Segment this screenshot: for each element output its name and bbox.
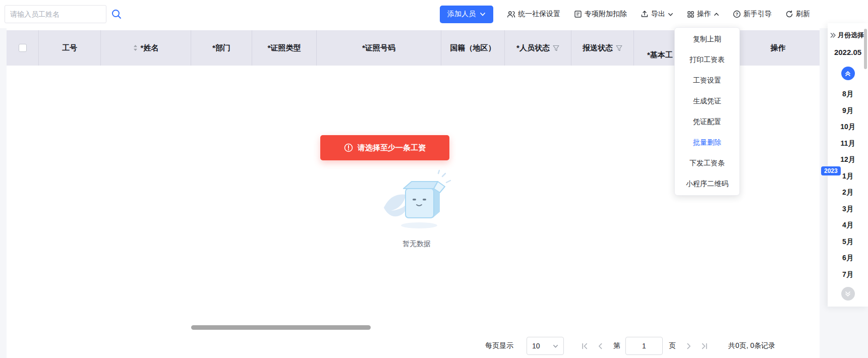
group-icon [507,10,515,19]
warning-icon [344,143,353,152]
menu-item[interactable]: 打印工资表 [675,49,739,70]
year-badge: 2023 [821,166,841,175]
first-page-button[interactable] [581,342,589,350]
menu-item[interactable]: 复制上期 [675,29,739,49]
search-icon[interactable] [111,9,122,20]
per-page-select[interactable]: 10 [527,337,564,355]
column-header-certificate-number: *证照号码 [317,30,441,66]
column-header-personnel-status: *人员状态 [505,30,571,66]
menu-item[interactable]: 小程序二维码 [675,173,739,194]
menu-item[interactable]: 下发工资条 [675,153,739,173]
collapse-panel-icon[interactable] [830,32,836,38]
pagination: 每页显示 10 第 页 共0页, 0条记录 [485,336,775,356]
grid-icon [687,11,695,18]
scroll-months-down-button[interactable] [841,287,855,301]
column-header-submission-status: 报送状态 [571,30,634,66]
toast-warning: 请选择至少一条工资 [320,135,449,160]
empty-box-illustration [374,168,459,231]
svg-text:?: ? [735,12,738,17]
month-panel-title: 月份选择 [838,31,864,40]
toolbar-item-label: 导出 [651,10,665,19]
column-label: *证照号码 [362,43,395,53]
menu-item[interactable]: 批量删除 [675,132,739,153]
month-item[interactable]: 2月 [828,185,868,201]
column-header-employee-id: 工号 [39,30,101,66]
column-header-certificate-type: *证照类型 [252,30,317,66]
menu-item[interactable]: 凭证配置 [675,111,739,132]
month-item[interactable]: 6月 [828,250,868,267]
sort-icon[interactable] [133,44,138,51]
column-label: 操作 [771,43,786,53]
toolbar-item-label: 统一社保设置 [518,10,560,19]
last-page-button[interactable] [701,342,708,350]
next-page-button[interactable] [685,342,692,350]
refresh-button[interactable]: 刷新 [785,10,810,19]
column-header-department: *部门 [191,30,252,66]
toolbar-actions: 添加人员 统一社保设置 专项附加扣除 [440,0,810,28]
column-label: *部门 [212,43,230,53]
beginner-guide-button[interactable]: ? 新手引导 [733,10,772,19]
prev-page-button[interactable] [597,342,604,350]
per-page-label: 每页显示 [485,341,513,350]
special-deduction-button[interactable]: 专项附加扣除 [574,10,627,19]
top-toolbar: 添加人员 统一社保设置 专项附加扣除 [0,0,868,28]
toolbar-item-label: 操作 [697,10,711,19]
chevron-up-icon [714,12,719,17]
empty-text: 暂无数据 [341,240,492,249]
export-button[interactable]: 导出 [641,10,673,19]
add-personnel-button[interactable]: 添加人员 [440,6,493,23]
social-insurance-settings-button[interactable]: 统一社保设置 [507,10,560,19]
search-input[interactable] [5,5,106,23]
menu-item[interactable]: 工资设置 [675,70,739,91]
export-icon [641,10,649,18]
column-label: 工号 [62,43,77,53]
left-gutter [0,28,7,358]
month-item[interactable]: 11月 [828,136,868,152]
horizontal-scrollbar-thumb[interactable] [191,325,371,330]
scroll-months-up-button[interactable] [841,67,855,80]
pagination-summary: 共0页, 0条记录 [728,341,775,350]
column-label: *人员状态 [516,43,550,53]
add-personnel-label: 添加人员 [447,10,476,19]
page-number-input[interactable] [625,337,663,355]
column-header-actions: 操作 [736,30,820,66]
page-suffix-label: 页 [669,341,676,350]
column-label: 报送状态 [583,43,613,53]
page-prefix-label: 第 [613,341,620,350]
filter-icon[interactable] [553,45,559,51]
month-item[interactable]: 7月 [828,267,868,283]
operations-button[interactable]: 操作 [687,10,719,19]
refresh-icon [785,10,793,18]
chevron-down-icon [553,343,558,349]
toolbar-item-label: 新手引导 [743,10,772,19]
month-item[interactable]: 4月 [828,217,868,234]
menu-item[interactable]: 生成凭证 [675,91,739,111]
month-list: 8月 9月 10月 11月 12月 1月 2月 3月 4月 5月 6月 7月 [828,86,868,283]
column-label: *基本工 [647,50,673,60]
toolbar-item-label: 刷新 [796,10,810,19]
empty-state: 暂无数据 [341,168,492,249]
select-all-checkbox[interactable] [19,44,27,52]
month-item[interactable]: 8月 [828,86,868,103]
toast-message: 请选择至少一条工资 [358,143,426,153]
month-item[interactable]: 5月 [828,234,868,251]
month-item[interactable]: 12月 [828,152,868,168]
month-item[interactable]: 10月 [828,119,868,136]
select-all-cell [7,30,39,66]
chevron-down-icon [668,12,673,17]
per-page-value: 10 [532,342,540,350]
month-item[interactable]: 3月 [828,201,868,218]
month-item[interactable]: 9月 [828,103,868,120]
document-icon [574,10,582,18]
month-panel-header: 月份选择 [828,23,868,40]
column-header-nationality: 国籍（地区） [441,30,505,66]
filter-icon[interactable] [616,45,622,51]
column-header-name: *姓名 [101,30,191,66]
month-selector-panel: 月份选择 2022.05 8月 9月 10月 11月 12月 1月 2月 3月 … [828,23,868,307]
vertical-scrollbar-thumb[interactable] [864,29,867,69]
column-label: 国籍（地区） [450,43,496,53]
operations-dropdown-menu: 复制上期 打印工资表 工资设置 生成凭证 凭证配置 批量删除 下发工资条 小程序… [674,27,740,196]
toolbar-item-label: 专项附加扣除 [585,10,627,19]
question-icon: ? [733,10,741,18]
column-label: *姓名 [141,43,159,53]
